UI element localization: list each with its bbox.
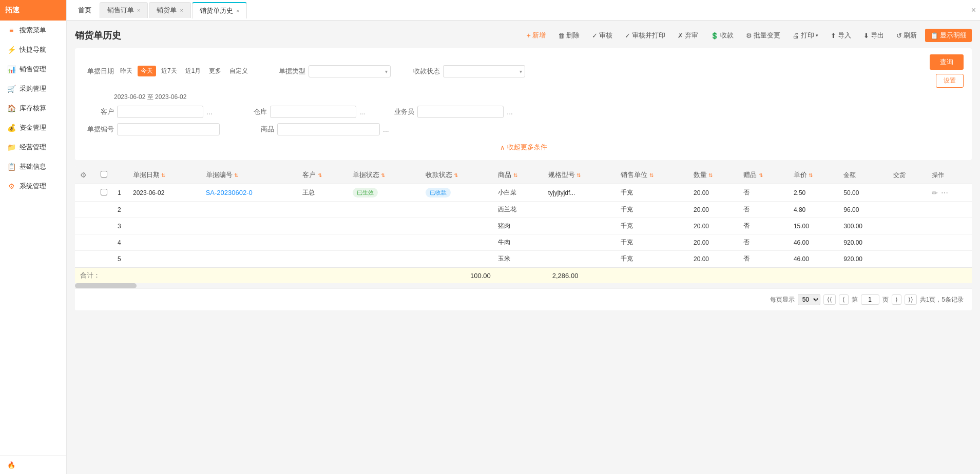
page-input[interactable] — [861, 294, 879, 305]
goods-input[interactable] — [277, 123, 380, 135]
spec-sort-icon[interactable]: ⇅ — [577, 172, 581, 178]
th-doc-status[interactable]: 单据状态 ⇅ — [348, 166, 420, 184]
collect-status-label: 收款状态 — [409, 67, 440, 76]
doc-no-input[interactable] — [117, 123, 220, 135]
th-spec[interactable]: 规格型号 ⇅ — [543, 166, 616, 184]
abandon-button[interactable]: ✗ 弃审 — [674, 29, 702, 42]
collect-status-select[interactable] — [443, 65, 525, 77]
pagination-next[interactable]: ⟩ — [892, 294, 901, 305]
settings-gear-icon[interactable]: ⚙ — [80, 171, 87, 179]
th-doc-no[interactable]: 单据编号 ⇅ — [201, 166, 298, 184]
unit-sort-icon[interactable]: ⇅ — [649, 172, 654, 178]
th-customer[interactable]: 客户 ⇅ — [297, 166, 347, 184]
tab-sales-order[interactable]: 销售订单 × — [100, 2, 148, 18]
collect-status-sort-icon[interactable]: ⇅ — [454, 172, 458, 178]
query-button[interactable]: 查询 — [930, 54, 964, 70]
sidebar-item-inventory[interactable]: 🏠 库存核算 — [0, 98, 66, 118]
page-title: 销货单历史 — [75, 29, 121, 42]
th-goods[interactable]: 商品 ⇅ — [493, 166, 543, 184]
horizontal-scrollbar[interactable] — [75, 283, 972, 288]
more-icon[interactable]: ⋯ — [941, 189, 948, 197]
sidebar-item-finance[interactable]: 💰 资金管理 — [0, 118, 66, 137]
tab-sales-order-close[interactable]: × — [137, 7, 140, 13]
td-collect-status — [420, 218, 493, 234]
tab-sales-history[interactable]: 销货单历史 × — [192, 2, 247, 18]
show-detail-button[interactable]: 📋 显示明细 — [925, 29, 972, 42]
per-page-select[interactable]: 50 — [798, 294, 820, 305]
td-doc-date — [128, 202, 201, 218]
th-gift[interactable]: 赠品 ⇅ — [738, 166, 788, 184]
th-doc-date[interactable]: 单据日期 ⇅ — [128, 166, 201, 184]
th-price[interactable]: 单价 ⇅ — [789, 166, 838, 184]
td-checkbox — [95, 218, 112, 234]
warehouse-input[interactable] — [270, 106, 356, 118]
abandon-icon: ✗ — [678, 32, 683, 40]
td-collect-status — [420, 202, 493, 218]
warehouse-dots[interactable]: ... — [359, 108, 366, 116]
new-button[interactable]: + 新增 — [523, 29, 550, 42]
audit-print-icon: ✓ — [625, 32, 630, 40]
doc-no-label: 单据编号 — [83, 125, 114, 134]
pagination-first[interactable]: ⟨⟨ — [823, 294, 836, 305]
tab-home[interactable]: 首页 — [71, 3, 99, 18]
audit-print-button[interactable]: ✓ 审核并打印 — [621, 29, 669, 42]
sidebar-item-ops-mgmt[interactable]: 📁 经营管理 — [0, 137, 66, 157]
import-button[interactable]: ⬆ 导入 — [827, 29, 855, 42]
doc-status-sort-icon[interactable]: ⇅ — [381, 172, 385, 178]
collapse-button[interactable]: ∧ 收起更多条件 — [83, 141, 964, 154]
sidebar-fire-btn[interactable]: 🔥 — [0, 456, 66, 474]
td-trade — [888, 234, 927, 251]
th-unit[interactable]: 销售单位 ⇅ — [616, 166, 688, 184]
scrollbar-thumb[interactable] — [75, 283, 137, 288]
date-yesterday[interactable]: 昨天 — [117, 66, 136, 76]
td-row-no: 1 — [112, 184, 128, 202]
price-sort-icon[interactable]: ⇅ — [809, 172, 813, 178]
row-checkbox[interactable] — [101, 189, 107, 195]
pagination-last[interactable]: ⟩⟩ — [905, 294, 917, 305]
customer-sort-icon[interactable]: ⇅ — [318, 172, 322, 178]
audit-button[interactable]: ✓ 审核 — [588, 29, 617, 42]
date-today[interactable]: 今天 — [138, 66, 156, 76]
sidebar-item-system-mgmt[interactable]: ⚙ 系统管理 — [0, 176, 66, 196]
tab-sales-goods[interactable]: 销货单 × — [149, 2, 190, 18]
quantity-sort-icon[interactable]: ⇅ — [708, 172, 713, 178]
customer-input[interactable] — [117, 106, 203, 118]
date-custom[interactable]: 自定义 — [226, 66, 251, 76]
select-all-checkbox[interactable] — [101, 171, 107, 177]
date-7days[interactable]: 近7天 — [158, 66, 180, 76]
per-page-select-wrapper: 50 — [798, 294, 820, 305]
print-button[interactable]: 🖨 打印 ▾ — [789, 29, 822, 42]
th-collect-status[interactable]: 收款状态 ⇅ — [420, 166, 493, 184]
td-price: 4.80 — [789, 202, 838, 218]
doc-date-sort-icon[interactable]: ⇅ — [161, 172, 165, 178]
doc-no-sort-icon[interactable]: ⇅ — [234, 172, 238, 178]
tab-sales-goods-close[interactable]: × — [180, 7, 183, 13]
goods-dots[interactable]: ... — [383, 125, 389, 133]
doc-status-badge: 已生效 — [353, 188, 378, 198]
sidebar-item-basic-info[interactable]: 📋 基础信息 — [0, 157, 66, 176]
sidebar-item-purchase-mgmt[interactable]: 🛒 采购管理 — [0, 79, 66, 98]
doc-no-link[interactable]: SA-20230602-0 — [206, 189, 253, 196]
delete-button[interactable]: 🗑 删除 — [554, 29, 584, 42]
batch-change-button[interactable]: ⚙ 批量变更 — [742, 29, 784, 42]
export-button[interactable]: ⬇ 导出 — [859, 29, 888, 42]
salesman-input[interactable] — [417, 106, 504, 118]
set-button[interactable]: 设置 — [936, 74, 964, 88]
sidebar-item-quick-nav[interactable]: ⚡ 快捷导航 — [0, 40, 66, 60]
goods-sort-icon[interactable]: ⇅ — [513, 172, 517, 178]
pagination-prev[interactable]: ⟨ — [839, 294, 849, 305]
sidebar-item-search-menu[interactable]: ≡ 搜索菜单 — [0, 21, 66, 40]
refresh-button[interactable]: ↺ 刷新 — [892, 29, 921, 42]
sidebar-item-sales-mgmt[interactable]: 📊 销售管理 — [0, 60, 66, 79]
th-quantity[interactable]: 数量 ⇅ — [688, 166, 738, 184]
window-close-btn[interactable]: × — [971, 6, 976, 15]
tab-sales-history-close[interactable]: × — [236, 8, 239, 14]
gift-sort-icon[interactable]: ⇅ — [759, 172, 763, 178]
salesman-dots[interactable]: ... — [507, 108, 513, 116]
date-1month[interactable]: 近1月 — [182, 66, 204, 76]
collect-button[interactable]: 💲 收款 — [706, 29, 738, 42]
date-more[interactable]: 更多 — [206, 66, 224, 76]
customer-dots[interactable]: ... — [206, 108, 213, 116]
doc-type-select[interactable] — [309, 65, 391, 77]
edit-icon[interactable]: ✏ — [932, 189, 938, 197]
